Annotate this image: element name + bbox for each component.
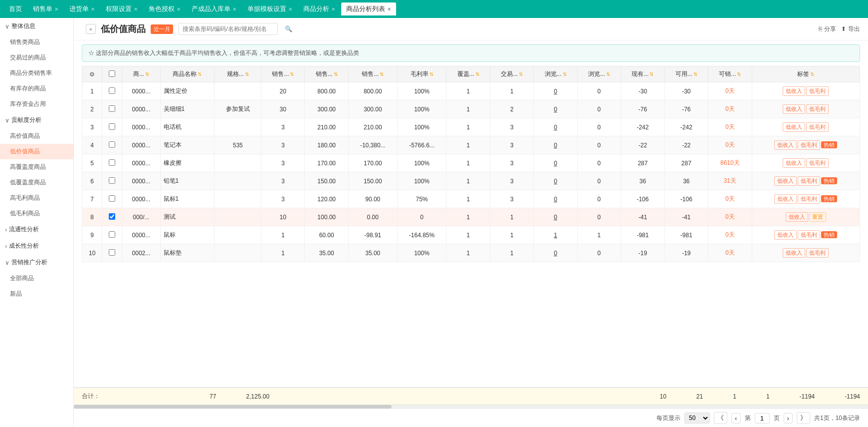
sidebar-item-all-products[interactable]: 全部商品 — [0, 271, 73, 286]
row-checkbox-0[interactable] — [102, 82, 122, 100]
row-view1-7[interactable]: 0 — [534, 208, 577, 226]
th-sellable[interactable]: 可销...⇅ — [708, 66, 752, 82]
nav-home[interactable]: 首页 — [4, 2, 27, 15]
date-badge[interactable]: 近一月 — [151, 24, 173, 34]
row-checkbox-3[interactable] — [102, 136, 122, 154]
page-title: 低价值商品 — [101, 23, 146, 35]
th-current-stock[interactable]: 现有...⇅ — [621, 66, 664, 82]
prev-page-button[interactable]: ‹ — [731, 413, 740, 424]
row-sale-price-5: 150.00 — [305, 172, 348, 190]
th-coverage[interactable]: 覆盖...⇅ — [446, 66, 490, 82]
th-checkbox[interactable] — [102, 66, 122, 82]
next-page-button[interactable]: › — [784, 413, 793, 424]
sidebar-group-marketing[interactable]: ∨ 营销推广分析 — [0, 254, 73, 271]
page-size-select[interactable]: 50 100 200 — [684, 413, 710, 424]
nav-permission[interactable]: 权限设置 ✕ — [101, 2, 143, 15]
sidebar-group-growth[interactable]: › 成长性分析 — [0, 238, 73, 254]
select-all-checkbox[interactable] — [109, 70, 115, 77]
row-view1-0[interactable]: 0 — [534, 82, 577, 100]
sort-icon-view1: ⇅ — [563, 71, 567, 77]
nav-sales[interactable]: 销售单 ✕ — [28, 2, 63, 15]
row-view1-1[interactable]: 0 — [534, 100, 577, 118]
row-checkbox-7[interactable] — [102, 208, 122, 226]
th-available[interactable]: 可用...⇅ — [664, 66, 708, 82]
nav-close-product-stock[interactable]: ✕ — [232, 6, 236, 12]
sort-icon-stock: ⇅ — [650, 71, 653, 77]
row-num-0: 1 — [82, 82, 102, 100]
th-view1[interactable]: 浏览...⇅ — [534, 66, 577, 82]
row-checkbox-8[interactable] — [102, 226, 122, 244]
nav-product-stock[interactable]: 产成品入库单 ✕ — [187, 2, 241, 15]
table-container[interactable]: ⚙ 商...⇅ 商品名称⇅ 规格...⇅ 销售...⇅ 销售...⇅ 销售...… — [74, 66, 868, 387]
nav-product-analysis-list[interactable]: 商品分析列表 ✕ — [341, 2, 396, 15]
row-view1-2[interactable]: 0 — [534, 118, 577, 136]
sidebar-collapse-button[interactable]: « — [86, 24, 96, 34]
horizontal-scrollbar[interactable] — [74, 405, 868, 409]
sidebar-group-circulation[interactable]: › 流通性分析 — [0, 221, 73, 238]
th-code[interactable]: 商...⇅ — [122, 66, 160, 82]
export-button[interactable]: ⬆ 导出 — [841, 25, 860, 33]
row-code-2: 0000... — [122, 118, 160, 136]
th-sale-qty[interactable]: 销售...⇅ — [261, 66, 305, 82]
sidebar-item-stock-products[interactable]: 有库存的商品 — [0, 81, 73, 96]
th-transaction[interactable]: 交易...⇅ — [490, 66, 533, 82]
nav-close-purchase[interactable]: ✕ — [91, 6, 95, 12]
share-button[interactable]: ⎘ 分享 — [819, 25, 836, 33]
nav-close-sales[interactable]: ✕ — [54, 6, 58, 12]
th-sale-amount[interactable]: 销售...⇅ — [348, 66, 397, 82]
last-page-button[interactable]: 》 — [797, 412, 810, 424]
row-view1-4[interactable]: 0 — [534, 154, 577, 172]
sidebar-item-new-products[interactable]: 新品 — [0, 286, 73, 302]
row-checkbox-6[interactable] — [102, 190, 122, 208]
sidebar-item-low-margin[interactable]: 低毛利商品 — [0, 206, 73, 221]
th-sale-price[interactable]: 销售...⇅ — [305, 66, 348, 82]
th-spec[interactable]: 规格...⇅ — [215, 66, 261, 82]
nav-product-analysis[interactable]: 商品分析 ✕ — [298, 2, 340, 15]
row-transaction-5: 3 — [490, 172, 533, 190]
th-name[interactable]: 商品名称⇅ — [160, 66, 215, 82]
row-checkbox-1[interactable] — [102, 100, 122, 118]
row-view1-8[interactable]: 1 — [534, 226, 577, 244]
row-view1-5[interactable]: 0 — [534, 172, 577, 190]
page-input[interactable] — [755, 413, 770, 424]
sidebar-group-overall[interactable]: ∨ 整体信息 — [0, 18, 73, 34]
sidebar-item-traded-products[interactable]: 交易过的商品 — [0, 50, 73, 65]
th-tags[interactable]: 标签⇅ — [752, 66, 860, 82]
th-settings[interactable]: ⚙ — [82, 66, 102, 82]
sidebar-item-high-margin[interactable]: 高毛利商品 — [0, 190, 73, 206]
footer-label: 合计： — [82, 392, 100, 401]
sidebar-item-sales-products[interactable]: 销售类商品 — [0, 34, 73, 50]
sidebar-group-contribution[interactable]: ∨ 贡献度分析 — [0, 112, 73, 128]
scrollbar-thumb[interactable] — [74, 405, 392, 409]
row-checkbox-4[interactable] — [102, 154, 122, 172]
row-num-1: 2 — [82, 100, 102, 118]
row-view1-6[interactable]: 0 — [534, 190, 577, 208]
row-checkbox-5[interactable] — [102, 172, 122, 190]
sidebar-item-low-value[interactable]: 低价值商品 — [0, 144, 73, 159]
nav-close-role[interactable]: ✕ — [177, 6, 181, 12]
search-icon[interactable]: 🔍 — [285, 25, 292, 32]
header-actions: ⎘ 分享 ⬆ 导出 — [819, 25, 860, 33]
nav-template[interactable]: 单据模板设置 ✕ — [242, 2, 297, 15]
row-view1-3[interactable]: 0 — [534, 136, 577, 154]
first-page-button[interactable]: 《 — [714, 412, 727, 424]
nav-purchase[interactable]: 进货单 ✕ — [64, 2, 100, 15]
sidebar-item-high-coverage[interactable]: 高覆盖度商品 — [0, 159, 73, 175]
nav-close-analysis-list[interactable]: ✕ — [387, 6, 391, 12]
sidebar-item-stock-capital[interactable]: 库存资金占用 — [0, 96, 73, 112]
nav-close-analysis[interactable]: ✕ — [331, 6, 335, 12]
settings-icon[interactable]: ⚙ — [89, 71, 95, 78]
row-view1-9[interactable]: 0 — [534, 244, 577, 262]
nav-close-permission[interactable]: ✕ — [134, 6, 138, 12]
row-checkbox-9[interactable] — [102, 244, 122, 262]
th-view2[interactable]: 浏览...⇅ — [577, 66, 621, 82]
tag-hot: 热销 — [821, 177, 837, 184]
sidebar-item-low-coverage[interactable]: 低覆盖度商品 — [0, 175, 73, 190]
search-input[interactable] — [178, 23, 278, 35]
th-gross-margin[interactable]: 毛利率⇅ — [397, 66, 446, 82]
nav-close-template[interactable]: ✕ — [288, 6, 292, 12]
sidebar-item-high-value[interactable]: 高价值商品 — [0, 128, 73, 144]
nav-role[interactable]: 角色授权 ✕ — [144, 2, 186, 15]
sidebar-item-category-sales-rate[interactable]: 商品分类销售率 — [0, 65, 73, 81]
row-checkbox-2[interactable] — [102, 118, 122, 136]
